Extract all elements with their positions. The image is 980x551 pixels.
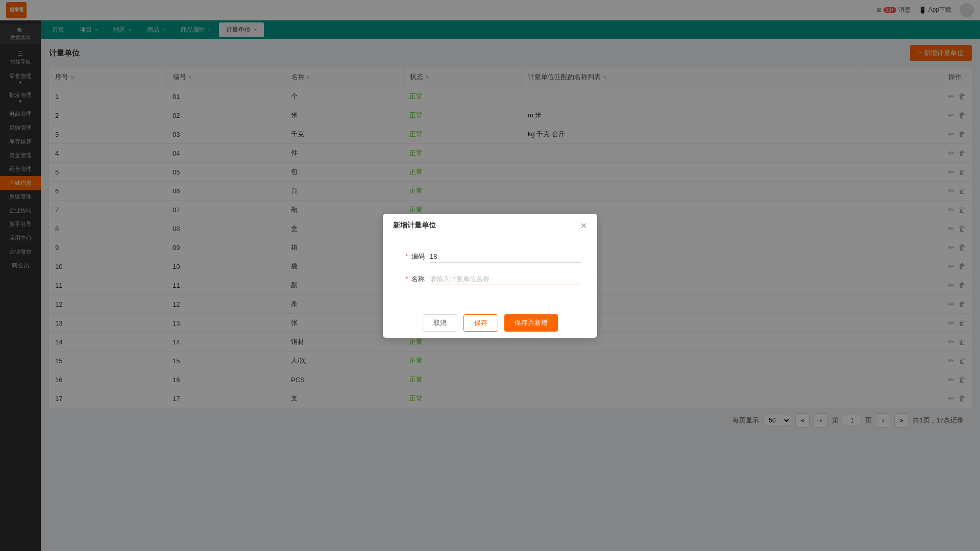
required-star-name: * [405, 275, 408, 283]
code-input[interactable] [430, 251, 581, 263]
cancel-button[interactable]: 取消 [423, 314, 457, 332]
save-and-add-button[interactable]: 保存并新增 [504, 314, 558, 332]
name-label: * 名称 [399, 274, 430, 284]
name-input[interactable] [430, 273, 581, 285]
save-button[interactable]: 保存 [463, 314, 498, 332]
modal-header: 新增计量单位 ✕ [383, 214, 597, 238]
modal-footer: 取消 保存 保存并新增 [383, 308, 597, 338]
required-star-code: * [405, 253, 408, 260]
form-row-name: * 名称 [399, 273, 581, 285]
modal-close-button[interactable]: ✕ [580, 221, 587, 231]
modal-title: 新增计量单位 [393, 221, 436, 230]
code-label: * 编码 [399, 252, 430, 261]
form-row-code: * 编码 [399, 251, 581, 263]
modal-body: * 编码 * 名称 [383, 238, 597, 308]
modal-overlay[interactable]: 新增计量单位 ✕ * 编码 * 名称 取消 保存 保存并新增 [0, 0, 980, 551]
modal-add-unit: 新增计量单位 ✕ * 编码 * 名称 取消 保存 保存并新增 [383, 214, 597, 338]
